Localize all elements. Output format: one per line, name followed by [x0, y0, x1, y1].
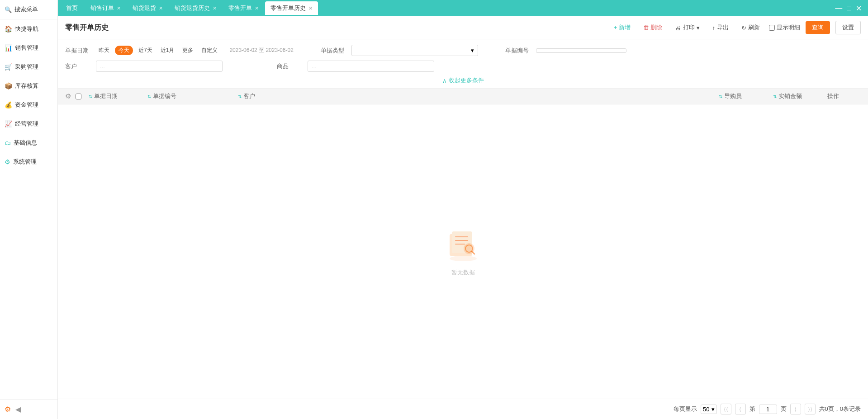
- delete-button[interactable]: 🗑 删除: [640, 22, 666, 33]
- empty-state: 暂无数据: [443, 227, 484, 277]
- inventory-icon: 📦: [5, 82, 12, 89]
- first-page-btn[interactable]: ⟨⟨: [721, 404, 731, 414]
- sidebar-item-label: 销售管理: [15, 44, 38, 52]
- query-button[interactable]: 查询: [806, 21, 830, 34]
- footer-settings-icon[interactable]: ⚙: [5, 405, 11, 414]
- sidebar-item-purchase-mgmt[interactable]: 🛒 采购管理: [0, 57, 57, 76]
- show-detail-checkbox[interactable]: [769, 25, 775, 31]
- per-page-arrow: ▾: [711, 406, 715, 413]
- filter-area: 单据日期 昨天 今天 近7天 近1月 更多 自定义 2023-06-02 至 2…: [58, 39, 868, 89]
- sidebar-search-label: 搜索采单: [14, 5, 38, 14]
- show-detail-label: 显示明细: [777, 24, 800, 32]
- th-date[interactable]: ⇅ 单据日期: [86, 89, 145, 104]
- sidebar-item-basic-info[interactable]: 🗂 基础信息: [0, 133, 57, 152]
- sidebar-search[interactable]: 🔍 搜索采单: [0, 0, 57, 19]
- date-btn-custom[interactable]: 自定义: [199, 46, 220, 55]
- setting-button[interactable]: 设置: [835, 21, 861, 34]
- date-btn-7days[interactable]: 近7天: [136, 46, 155, 55]
- goods-filter-input[interactable]: ...: [308, 61, 434, 72]
- tab-sales-return-close[interactable]: ✕: [159, 5, 163, 11]
- page-input[interactable]: [759, 405, 777, 414]
- sidebar-item-inventory[interactable]: 📦 库存核算: [0, 76, 57, 95]
- tab-sales-order[interactable]: 销售订单 ✕: [85, 1, 126, 15]
- date-btn-today[interactable]: 今天: [115, 46, 133, 55]
- no-filter: 单据编号: [505, 47, 626, 55]
- no-filter-input[interactable]: [536, 48, 626, 53]
- footer-collapse-icon[interactable]: ◀: [15, 405, 21, 414]
- date-btn-yesterday[interactable]: 昨天: [96, 46, 112, 55]
- tab-home[interactable]: 首页: [60, 1, 84, 15]
- minimize-icon[interactable]: —: [835, 4, 842, 12]
- type-filter-arrow: ▾: [471, 47, 474, 54]
- content-area: 零售开单历史 + 新增 🗑 删除 🖨 打印 ▾ ↑ 导出 ↻ 刷新: [58, 16, 868, 419]
- maximize-icon[interactable]: □: [847, 4, 851, 12]
- print-icon: 🖨: [675, 24, 681, 31]
- page-suffix: 页: [781, 405, 787, 413]
- table-header: ⚙ ⇅ 单据日期 ⇅ 单据编号 ⇅ 客户 ⇅ 导购员: [58, 89, 868, 104]
- refresh-button[interactable]: ↻ 刷新: [738, 22, 764, 33]
- collapse-text: 收起更多条件: [449, 76, 484, 85]
- tab-retail-open-history-label: 零售开单历史: [270, 4, 306, 12]
- tab-sales-return-history[interactable]: 销货退货历史 ✕: [169, 1, 222, 15]
- show-detail-checkbox-label[interactable]: 显示明细: [769, 24, 800, 32]
- quick-nav-icon: 🏠: [5, 25, 12, 33]
- table-settings-icon[interactable]: ⚙: [65, 92, 71, 100]
- print-button[interactable]: 🖨 打印 ▾: [672, 22, 703, 33]
- tab-retail-open-label: 零售开单: [228, 4, 252, 12]
- export-icon: ↑: [712, 24, 716, 31]
- goods-filter-label: 商品: [277, 62, 304, 71]
- sort-icon-no: ⇅: [147, 94, 151, 99]
- sidebar-item-operations[interactable]: 📈 经营管理: [0, 114, 57, 133]
- last-page-btn[interactable]: ⟩⟩: [805, 404, 816, 414]
- date-filter-label: 单据日期: [65, 47, 92, 55]
- operations-icon: 📈: [5, 120, 12, 127]
- tab-sales-return-label: 销货退货: [133, 4, 156, 12]
- date-shortcuts: 昨天 今天 近7天 近1月 更多 自定义: [96, 46, 220, 55]
- tab-sales-order-close[interactable]: ✕: [117, 5, 121, 11]
- th-no[interactable]: ⇅ 单据编号: [145, 89, 235, 104]
- add-button[interactable]: + 新增: [610, 22, 634, 33]
- customer-filter-input[interactable]: ...: [96, 61, 223, 72]
- th-customer-label: 客户: [243, 92, 255, 100]
- th-no-label: 单据编号: [153, 92, 176, 100]
- filter-row-2: 客户 ... 商品 ...: [65, 61, 861, 72]
- collapse-button[interactable]: ∧ 收起更多条件: [65, 76, 861, 85]
- next-page-btn[interactable]: ⟩: [790, 404, 801, 414]
- tab-retail-open-history[interactable]: 零售开单历史 ✕: [265, 1, 318, 15]
- tab-retail-open-close[interactable]: ✕: [255, 5, 259, 11]
- th-guide[interactable]: ⇅ 导购员: [716, 89, 770, 104]
- th-ops-label: 操作: [827, 92, 839, 100]
- date-btn-1month[interactable]: 近1月: [158, 46, 177, 55]
- refresh-icon: ↻: [741, 24, 746, 31]
- date-btn-more[interactable]: 更多: [180, 46, 196, 55]
- export-button[interactable]: ↑ 导出: [709, 22, 733, 33]
- sidebar-item-quick-nav[interactable]: 🏠 快捷导航: [0, 19, 57, 38]
- tab-retail-open[interactable]: 零售开单 ✕: [223, 1, 264, 15]
- sidebar-item-sales-mgmt[interactable]: 📊 销售管理: [0, 38, 57, 57]
- sidebar-item-label: 系统管理: [13, 158, 37, 166]
- tab-sales-return-history-close[interactable]: ✕: [213, 5, 217, 11]
- customer-filter: 客户 ...: [65, 61, 223, 72]
- th-date-label: 单据日期: [94, 92, 118, 100]
- sidebar-item-label: 采购管理: [15, 63, 38, 71]
- main-area: 首页 销售订单 ✕ 销货退货 ✕ 销货退货历史 ✕ 零售开单 ✕ 零售开单历史 …: [58, 0, 868, 419]
- sidebar-item-system-mgmt[interactable]: ⚙ 系统管理: [0, 152, 57, 171]
- th-amount[interactable]: ⇅ 实销金额: [770, 89, 825, 104]
- sidebar-item-label: 经营管理: [15, 120, 38, 128]
- window-close-icon[interactable]: ✕: [856, 4, 862, 13]
- table-select-all-checkbox[interactable]: [76, 94, 81, 99]
- tab-sales-order-label: 销售订单: [90, 4, 114, 12]
- type-filter-label: 单据类型: [321, 47, 348, 55]
- tab-sales-return[interactable]: 销货退货 ✕: [127, 1, 168, 15]
- type-filter-select[interactable]: ▾: [351, 45, 478, 56]
- basic-info-icon: 🗂: [5, 139, 11, 146]
- sort-icon-amount: ⇅: [773, 94, 777, 99]
- th-customer[interactable]: ⇅ 客户: [235, 89, 716, 104]
- refresh-label: 刷新: [748, 24, 760, 32]
- prev-page-btn[interactable]: ⟨: [735, 404, 746, 414]
- toolbar: + 新增 🗑 删除 🖨 打印 ▾ ↑ 导出 ↻ 刷新 显示明细: [610, 21, 861, 34]
- per-page-select[interactable]: 50 ▾: [701, 405, 716, 414]
- sidebar-item-finance[interactable]: 💰 资金管理: [0, 95, 57, 114]
- per-page-label: 每页显示: [674, 405, 697, 413]
- tab-retail-open-history-close[interactable]: ✕: [308, 5, 313, 11]
